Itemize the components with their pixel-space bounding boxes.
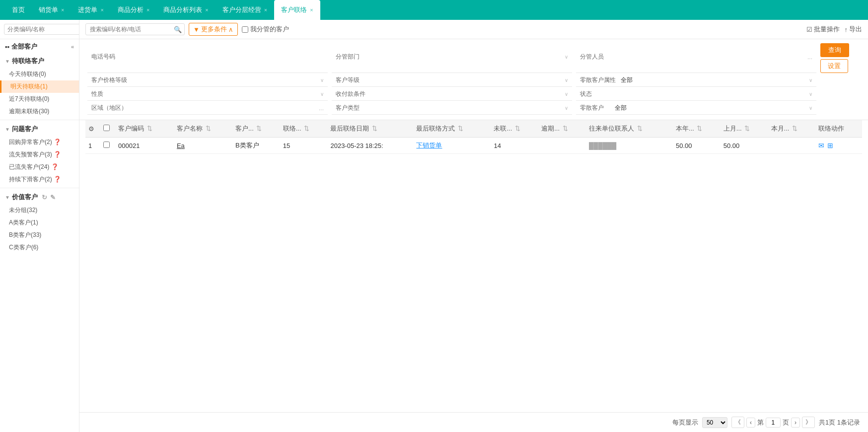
sidebar-search-input[interactable] [4,24,79,35]
bulk-action-button[interactable]: ☑ 批量操作 [806,25,840,34]
td-name[interactable]: Ea [174,138,232,154]
first-page-button[interactable]: 《 [731,417,744,428]
sort-icon[interactable]: ⇅ [372,125,377,132]
sidebar-item-churn-warning[interactable]: 流失预警客户(3) ❓ [0,148,79,161]
page-navigation: 《 ‹ 第 页 › 》 [731,417,815,428]
adv-filter-row-2: 客户价格等级 ∨ 客户等级 ∨ 零散客户属性 全部 ∨ [87,76,860,87]
settings-button[interactable]: 设置 [820,59,848,73]
more-icon[interactable]: ... [807,54,812,61]
my-customers-checkbox[interactable] [242,26,248,33]
select-all-checkbox[interactable] [103,125,110,131]
close-icon[interactable]: × [205,7,208,13]
next-page-button[interactable]: › [791,418,800,428]
sort-icon[interactable]: ⇅ [637,125,643,132]
sort-icon[interactable]: ⇅ [206,125,211,132]
filter-region[interactable]: 区域（地区） ... [87,104,328,115]
nav-sales[interactable]: 销货单 × [32,0,71,20]
more-conditions-button[interactable]: ▼ 更多条件 ∧ [189,23,238,36]
my-customers-checkbox-label[interactable]: 我分管的客户 [242,25,289,34]
grid-action-icon[interactable]: ⊞ [827,142,833,149]
sidebar-item-churned[interactable]: 已流失客户(24) ❓ [0,161,79,173]
nav-purchase[interactable]: 进货单 × [71,0,110,20]
sort-icon[interactable]: ⇅ [304,125,309,132]
sort-icon[interactable]: ⇅ [147,125,152,132]
table-header-row: ⚙ 客户编码 ⇅ 客户名称 ⇅ 客户... ⇅ 联络... ⇅ 最后联络日期 ⇅… [85,120,862,138]
last-page-button[interactable]: 》 [802,417,815,428]
sidebar-item-overdue[interactable]: 逾期未联络(30) [0,105,79,118]
nav-product-analysis[interactable]: 商品分析 × [111,0,156,20]
close-icon[interactable]: × [61,7,64,13]
close-icon[interactable]: × [264,7,267,13]
main-layout: 🔍 ▪▪ 全部客户 « ▼ 待联络客户 今天待联络(0) 明天待联络(1) 近7… [0,20,868,432]
edit-action-icon[interactable]: ✉ [818,142,824,149]
td-checkbox[interactable] [100,138,115,154]
sort-icon[interactable]: ⇅ [515,125,520,132]
td-overdue [538,138,586,154]
filter-status[interactable]: 状态 ∨ [576,90,816,101]
sort-icon[interactable]: ⇅ [256,125,262,132]
sort-icon[interactable]: ⇅ [792,125,797,132]
filter-payment-terms[interactable]: 收付款条件 ∨ [332,90,572,101]
page-size-select[interactable]: 50 100 200 [702,417,727,428]
sort-icon[interactable]: ⇅ [458,125,463,132]
nav-home[interactable]: 首页 [5,0,32,20]
adv-filter-row-4: 区域（地区） ... 客户类型 ∨ 零散客户 全部 ∨ [87,104,860,115]
td-not-contacted: 14 [491,138,538,154]
sidebar-item-declining[interactable]: 持续下滑客户(2) ❓ [0,173,79,186]
search-input[interactable] [85,23,185,35]
th-gear[interactable]: ⚙ [85,120,100,138]
table-area: ⚙ 客户编码 ⇅ 客户名称 ⇅ 客户... ⇅ 联络... ⇅ 最后联络日期 ⇅… [79,120,868,412]
th-code: 客户编码 ⇅ [115,120,174,138]
th-not-contacted: 未联... ⇅ [491,120,538,138]
filter-retail-attr[interactable]: 零散客户属性 全部 ∨ [576,76,816,87]
td-last-contact-method[interactable]: 下销货单 [413,138,491,154]
sort-icon[interactable]: ⇅ [697,125,702,132]
collapse-icon[interactable]: « [71,44,74,50]
page-input[interactable] [766,418,781,428]
sidebar-item-class-b[interactable]: B类客户(33) [0,229,79,241]
sidebar-item-ungrouped[interactable]: 未分组(32) [0,204,79,216]
more-icon[interactable]: ... [319,105,324,112]
sidebar-item-class-c[interactable]: C类客户(6) [0,241,79,254]
td-last-month: 50.00 [721,138,768,154]
sidebar-group-pending[interactable]: ▼ 待联络客户 [0,54,79,68]
filter-customer-level[interactable]: 客户等级 ∨ [332,76,572,87]
refresh-icon[interactable]: ↻ [42,194,47,201]
close-icon[interactable]: × [100,7,103,13]
sidebar-item-repurchase-anomaly[interactable]: 回购异常客户(2) ❓ [0,136,79,148]
nav-customer-stratification[interactable]: 客户分层经营 × [216,0,274,20]
sidebar-item-class-a[interactable]: A类客户(1) [0,216,79,229]
filter-customer-type[interactable]: 客户类型 ∨ [332,104,572,115]
sidebar-all-customers[interactable]: ▪▪ 全部客户 « [0,39,79,54]
chevron-down-icon: ∨ [565,54,568,60]
edit-icon[interactable]: ✎ [50,194,56,201]
th-last-month: 上月... ⇅ [721,120,768,138]
search-icon[interactable]: 🔍 [174,26,182,33]
td-last-contact-date: 2023-05-23 18:25: [327,138,413,154]
prev-page-button[interactable]: ‹ [746,418,755,428]
sidebar: 🔍 ▪▪ 全部客户 « ▼ 待联络客户 今天待联络(0) 明天待联络(1) 近7… [0,20,79,432]
checkbox-icon: ☑ [806,26,812,33]
nav-customer-contact[interactable]: 客户联络 × [274,0,320,20]
sort-icon[interactable]: ⇅ [744,125,750,132]
close-icon[interactable]: × [310,7,313,13]
sidebar-item-tomorrow[interactable]: 明天待联络(1) [0,80,79,93]
export-button[interactable]: ↑ 导出 [845,25,863,34]
filter-nature[interactable]: 性质 ∨ [87,90,328,101]
sidebar-item-7days[interactable]: 近7天待联络(0) [0,93,79,105]
grid-icon: ▪▪ [5,43,9,51]
filter-retail-customer[interactable]: 零散客户 全部 ∨ [576,104,816,115]
query-button[interactable]: 查询 [820,43,849,57]
sidebar-group-value[interactable]: ▼ 价值客户 ↻ ✎ [0,190,79,204]
filter-department[interactable]: 分管部门 ∨ [332,43,572,73]
contact-method-link[interactable]: 下销货单 [416,142,442,149]
sidebar-item-today[interactable]: 今天待联络(0) [0,68,79,80]
row-checkbox[interactable] [103,142,110,148]
close-icon[interactable]: × [146,7,149,13]
sidebar-group-problem[interactable]: ▼ 问题客户 [0,122,79,136]
filter-price-level[interactable]: 客户价格等级 ∨ [87,76,328,87]
sort-icon[interactable]: ⇅ [563,125,568,132]
th-checkbox[interactable] [100,120,115,138]
nav-product-analysis-list[interactable]: 商品分析列表 × [156,0,215,20]
filter-supervisor[interactable]: 分管人员 ... [576,43,816,73]
